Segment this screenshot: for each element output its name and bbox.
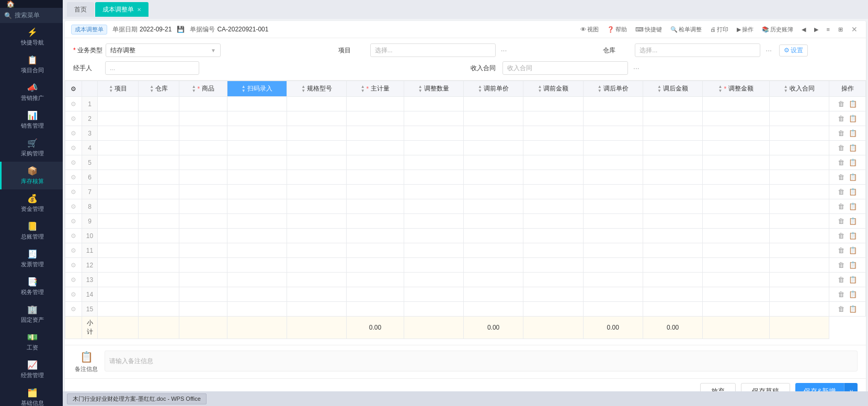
row-delete-btn[interactable]: 🗑 (837, 245, 846, 255)
row-main-qty[interactable] (347, 302, 404, 317)
row-adj-amount[interactable] (703, 185, 769, 199)
row-income-contract[interactable] (769, 287, 829, 302)
row-main-qty[interactable] (347, 155, 404, 170)
row-copy-btn[interactable]: 📋 (848, 289, 858, 299)
row-adj-amount[interactable] (703, 199, 769, 214)
taskbar-item-wps[interactable]: 木门行业好业财处理方案-墨红红.doc - WPS Office (67, 393, 207, 404)
row-warehouse[interactable] (139, 258, 179, 273)
row-copy-btn[interactable]: 📋 (848, 114, 858, 123)
sidebar-item-ops-mgmt[interactable]: 📈 经营管理 (0, 356, 63, 384)
row-adj-amount[interactable] (703, 273, 769, 287)
row-adj-amount[interactable] (703, 126, 769, 141)
row-spec-type[interactable] (287, 243, 346, 258)
row-main-qty[interactable] (347, 126, 404, 141)
row-copy-btn[interactable]: 📋 (848, 172, 858, 182)
row-pre-adj-amount[interactable] (523, 126, 583, 141)
sidebar-item-purchase-mgmt[interactable]: 🛒 采购管理 (0, 134, 63, 162)
row-adj-amount[interactable] (703, 155, 769, 170)
row-scan-input[interactable] (227, 287, 287, 302)
row-project[interactable] (98, 111, 139, 126)
row-adj-qty[interactable] (404, 126, 463, 141)
row-delete-btn[interactable]: 🗑 (837, 231, 846, 241)
row-delete-btn[interactable]: 🗑 (837, 114, 846, 123)
sidebar-item-sales-mgmt[interactable]: 📊 销售管理 (0, 106, 63, 134)
row-warehouse[interactable] (139, 199, 179, 214)
row-adj-amount[interactable] (703, 141, 769, 155)
row-post-adj-price[interactable] (583, 229, 643, 243)
row-delete-btn[interactable]: 🗑 (837, 289, 846, 299)
row-scan-input[interactable] (227, 199, 287, 214)
ops-btn[interactable]: ▶ 操作 (735, 25, 756, 35)
row-product[interactable] (179, 111, 227, 126)
row-pre-adj-amount[interactable] (523, 185, 583, 199)
row-spec-type[interactable] (287, 126, 346, 141)
row-product[interactable] (179, 287, 227, 302)
row-post-adj-price[interactable] (583, 126, 643, 141)
row-post-adj-price[interactable] (583, 243, 643, 258)
row-warehouse[interactable] (139, 229, 179, 243)
row-adj-qty[interactable] (404, 155, 463, 170)
sidebar-item-finance-mgmt[interactable]: 💰 资金管理 (0, 189, 63, 217)
row-pre-adj-price[interactable] (463, 185, 523, 199)
row-pre-adj-amount[interactable] (523, 273, 583, 287)
row-post-adj-price[interactable] (583, 111, 643, 126)
row-spec-type[interactable] (287, 111, 346, 126)
col-main-qty[interactable]: ▲▼ *主计量 (347, 81, 404, 97)
row-income-contract[interactable] (769, 126, 829, 141)
row-spec-type[interactable] (287, 199, 346, 214)
row-income-contract[interactable] (769, 141, 829, 155)
row-pre-adj-price[interactable] (463, 287, 523, 302)
row-copy-btn[interactable]: 📋 (848, 99, 858, 109)
row-adj-amount[interactable] (703, 243, 769, 258)
row-scan-input[interactable] (227, 258, 287, 273)
project-input[interactable]: 选择... (370, 43, 496, 57)
col-pre-adj-price[interactable]: ▲▼ 调前单价 (463, 81, 523, 97)
row-post-adj-amount[interactable] (643, 287, 702, 302)
row-product[interactable] (179, 214, 227, 229)
row-pre-adj-amount[interactable] (523, 258, 583, 273)
row-scan-input[interactable] (227, 97, 287, 111)
project-dots[interactable]: ··· (501, 46, 507, 54)
row-post-adj-price[interactable] (583, 155, 643, 170)
row-spec-type[interactable] (287, 214, 346, 229)
row-post-adj-amount[interactable] (643, 141, 702, 155)
row-post-adj-amount[interactable] (643, 302, 702, 317)
history-btn[interactable]: 📚 历史账簿 (760, 25, 795, 35)
col-post-adj-amount[interactable]: ▲▼ 调后金额 (643, 81, 702, 97)
row-warehouse[interactable] (139, 111, 179, 126)
row-project[interactable] (98, 170, 139, 185)
row-pre-adj-price[interactable] (463, 126, 523, 141)
sidebar-item-ledger-mgmt[interactable]: 📒 总账管理 (0, 217, 63, 245)
nav-next-btn[interactable]: ▶ (812, 25, 820, 34)
sidebar-item-fixed-assets[interactable]: 🏢 固定资产 (0, 300, 63, 328)
col-gear[interactable]: ⚙ (65, 81, 82, 97)
row-pre-adj-price[interactable] (463, 199, 523, 214)
row-pre-adj-amount[interactable] (523, 155, 583, 170)
row-delete-btn[interactable]: 🗑 (837, 216, 846, 226)
sidebar-item-quick-nav[interactable]: ⚡ 快捷导航 (0, 23, 63, 51)
notes-input[interactable]: 请输入备注信息 (105, 351, 858, 371)
row-copy-btn[interactable]: 📋 (848, 231, 858, 241)
row-warehouse[interactable] (139, 287, 179, 302)
row-project[interactable] (98, 258, 139, 273)
row-post-adj-amount[interactable] (643, 229, 702, 243)
row-scan-input[interactable] (227, 185, 287, 199)
row-warehouse[interactable] (139, 97, 179, 111)
row-copy-btn[interactable]: 📋 (848, 245, 858, 255)
row-copy-btn[interactable]: 📋 (848, 304, 858, 314)
row-pre-adj-price[interactable] (463, 258, 523, 273)
row-scan-input[interactable] (227, 141, 287, 155)
row-adj-qty[interactable] (404, 287, 463, 302)
row-post-adj-price[interactable] (583, 287, 643, 302)
row-post-adj-price[interactable] (583, 141, 643, 155)
row-income-contract[interactable] (769, 199, 829, 214)
row-scan-input[interactable] (227, 273, 287, 287)
row-adj-qty[interactable] (404, 214, 463, 229)
row-delete-btn[interactable]: 🗑 (837, 143, 846, 153)
row-warehouse[interactable] (139, 126, 179, 141)
tab-close-icon[interactable]: ✕ (137, 7, 141, 13)
row-delete-btn[interactable]: 🗑 (837, 275, 846, 285)
row-pre-adj-price[interactable] (463, 111, 523, 126)
row-adj-amount[interactable] (703, 214, 769, 229)
row-spec-type[interactable] (287, 258, 346, 273)
